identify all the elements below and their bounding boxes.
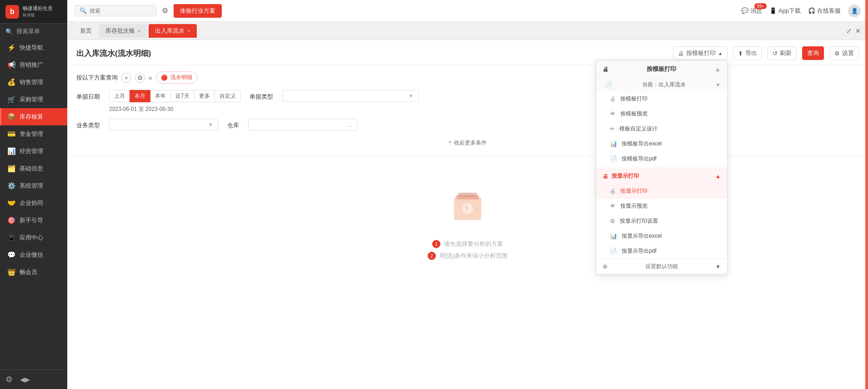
dropdown-header-title: 按模板打印 xyxy=(647,65,676,73)
warehouse-more-icon[interactable]: … xyxy=(346,121,352,128)
sidebar-item-finance[interactable]: 💳 资金管理 xyxy=(0,125,67,143)
sidebar-item-member[interactable]: 👑 畅会员 xyxy=(0,264,67,281)
sidebar-item-inventory[interactable]: 📦 库存核算 xyxy=(0,108,67,125)
refresh-btn[interactable]: ↺ 刷新 xyxy=(768,46,797,60)
display-print-section-icon: 🖨 xyxy=(603,173,608,180)
sidebar-item-label: 企业微信 xyxy=(20,251,43,259)
main-area: 🔍 ⚙ 体验行业方案 💬 消息 99+ 📱 App下载 🎧 在线客服 👤 xyxy=(67,0,868,389)
business-type-field[interactable]: ▼ xyxy=(109,119,218,130)
app-name: 畅捷通好生意 xyxy=(23,5,53,12)
app-download-btn[interactable]: 📱 App下载 xyxy=(769,7,801,15)
dropdown-item-template-customize[interactable]: ✏ 模板自定义设计 xyxy=(596,121,727,136)
current-template-label: 📄 当前：出入库流水 ▼ xyxy=(596,78,727,91)
sidebar-item-purchase[interactable]: 🛒 采购管理 xyxy=(0,91,67,108)
dropdown-item-display-export-pdf[interactable]: 📄 按显示导出pdf xyxy=(596,244,727,259)
messages-btn[interactable]: 💬 消息 99+ xyxy=(741,7,762,15)
dropdown-footer[interactable]: ⚙ 设置默认功能 ▼ xyxy=(596,259,727,274)
sidebar-item-quick-nav[interactable]: ⚡ 快捷导航 xyxy=(0,39,67,56)
date-btn-custom[interactable]: 自定义 xyxy=(215,90,241,102)
tab-minimize-icon[interactable]: ✕ xyxy=(855,27,861,35)
tab-home[interactable]: 首页 xyxy=(75,24,97,38)
template-preview-icon: 👁 xyxy=(610,110,616,117)
tab-close-icon[interactable]: × xyxy=(138,28,140,34)
dropdown-item-template-print[interactable]: 🖨 按模板打印 xyxy=(596,91,727,106)
sidebar-settings-icon[interactable]: ⚙ xyxy=(5,374,13,384)
basic-icon: 🗂️ xyxy=(7,165,16,173)
online-service-btn[interactable]: 🎧 在线客服 xyxy=(808,7,841,15)
dropdown-collapse-btn[interactable]: ▲ xyxy=(714,65,721,73)
date-btn-current-month[interactable]: 本月 xyxy=(130,90,150,102)
filter-collapse-btn[interactable]: « xyxy=(149,74,152,81)
voucher-type-field[interactable]: ▼ xyxy=(282,90,419,102)
current-label-icon: 📄 xyxy=(605,82,612,88)
settings-btn[interactable]: ⚙ 设置 xyxy=(829,46,859,60)
date-btn-last-month[interactable]: 上月 xyxy=(109,90,130,102)
dropdown-item-template-export-pdf[interactable]: 📄 按模板导出pdf xyxy=(596,151,727,166)
business-type-input[interactable] xyxy=(114,121,205,128)
sidebar-item-basic[interactable]: 🗂️ 基础信息 xyxy=(0,160,67,177)
empty-step-2: 2 用[选]条件来缩小分析范围 xyxy=(428,252,508,260)
date-btn-current-year[interactable]: 本年 xyxy=(150,90,171,102)
dropdown-item-display-export-excel[interactable]: 📊 按显示导出excel xyxy=(596,229,727,244)
sidebar-item-wecom[interactable]: 💬 企业微信 xyxy=(0,246,67,264)
dropdown-item-display-print[interactable]: 🖨 按显示打印 xyxy=(596,184,727,199)
display-export-excel-label: 按显示导出excel xyxy=(622,232,662,240)
headset-icon: 🎧 xyxy=(808,7,815,14)
display-print-section-header[interactable]: 🖨 按显示打印 ▲ xyxy=(596,169,727,184)
quick-nav-icon: ⚡ xyxy=(7,44,16,52)
dropdown-item-template-preview[interactable]: 👁 按模板预览 xyxy=(596,106,727,121)
sales-icon: 💰 xyxy=(7,78,16,86)
dropdown-item-template-export-excel[interactable]: 📊 按模板导出excel xyxy=(596,136,727,151)
tab-warehouse-flow[interactable]: 出入库流水 × xyxy=(149,24,196,38)
export-btn[interactable]: ⬆ 导出 xyxy=(733,46,762,60)
sidebar-item-system[interactable]: ⚙️ 系统管理 xyxy=(0,177,67,194)
sidebar-search[interactable]: 🔍 搜索菜单 xyxy=(0,24,67,39)
warehouse-input[interactable] xyxy=(253,122,343,128)
trial-btn[interactable]: 体验行业方案 xyxy=(174,4,222,18)
collapse-more-btn[interactable]: ^ 收起更多条件 xyxy=(76,136,859,150)
page-actions: 🖨 按模板打印 ▲ 🖨 按模板打印 ▲ 📄 当前：出入库流 xyxy=(673,46,859,60)
logo-text-group: 畅捷通好生意 标准版 xyxy=(23,5,53,18)
date-btn-7days[interactable]: 近7天 xyxy=(170,90,195,102)
tab-maximize-icon[interactable]: ⤢ xyxy=(846,27,852,35)
query-btn[interactable]: 查询 xyxy=(802,46,824,60)
filter-settings-btn[interactable]: ⚙ xyxy=(135,73,145,83)
search-icon: 🔍 xyxy=(5,28,13,35)
print-btn[interactable]: 🖨 按模板打印 ▲ xyxy=(673,46,728,60)
app-logo: b 畅捷通好生意 标准版 xyxy=(0,0,67,24)
display-export-pdf-label: 按显示导出pdf xyxy=(622,247,657,255)
right-resize-handle[interactable] xyxy=(865,0,868,389)
voucher-type-input[interactable] xyxy=(287,93,405,99)
tab-inventory-batch[interactable]: 库存批次账 × xyxy=(99,24,147,38)
user-avatar[interactable]: 👤 xyxy=(848,5,861,17)
date-field-label: 单据日期 xyxy=(76,90,100,101)
sidebar-item-sales[interactable]: 💰 销售管理 xyxy=(0,74,67,91)
sidebar-item-operations[interactable]: 📊 经营管理 xyxy=(0,143,67,160)
sidebar-item-app-center[interactable]: 📱 应用中心 xyxy=(0,229,67,246)
dropdown-item-display-print-settings[interactable]: ⚙ 按显示打印设置 xyxy=(596,214,727,229)
operations-icon: 📊 xyxy=(7,147,16,155)
topbar-search-input[interactable] xyxy=(90,8,151,14)
display-print-section-arrow: ▲ xyxy=(715,173,721,180)
current-label-text: 当前：出入库流水 xyxy=(642,81,686,89)
warehouse-field[interactable]: … xyxy=(248,119,357,131)
empty-step-1-text: 请先选择要分析的方案 xyxy=(444,240,503,248)
sidebar-collapse-icon[interactable]: ◀▶ xyxy=(20,376,30,383)
topbar-search-box[interactable]: 🔍 xyxy=(75,5,156,16)
page-title: 出入库流水(流水明细) xyxy=(76,48,151,59)
template-preview-label: 按模板预览 xyxy=(620,110,648,118)
print-btn-container: 🖨 按模板打印 ▲ 🖨 按模板打印 ▲ 📄 当前：出入库流 xyxy=(673,46,728,60)
display-print-icon: 🖨 xyxy=(610,188,616,194)
dropdown-item-display-preview[interactable]: 👁 按显示预览 xyxy=(596,199,727,214)
filter-add-btn[interactable]: + xyxy=(121,73,131,83)
sidebar-item-newbie[interactable]: 🎯 新手引导 xyxy=(0,212,67,229)
sidebar-item-label: 资金管理 xyxy=(20,130,43,138)
topbar-settings-icon[interactable]: ⚙ xyxy=(162,6,168,15)
tab-close-icon[interactable]: × xyxy=(187,28,190,34)
filter-tag[interactable]: 🔴 流水明细 xyxy=(156,71,197,84)
settings-label: 设置 xyxy=(842,49,854,57)
date-btn-more[interactable]: 更多 xyxy=(194,90,215,102)
sidebar-item-label: 新手引导 xyxy=(20,216,43,224)
sidebar-item-enterprise[interactable]: 🤝 企业协同 xyxy=(0,194,67,212)
sidebar-item-marketing[interactable]: 📢 营销推广 xyxy=(0,56,67,74)
